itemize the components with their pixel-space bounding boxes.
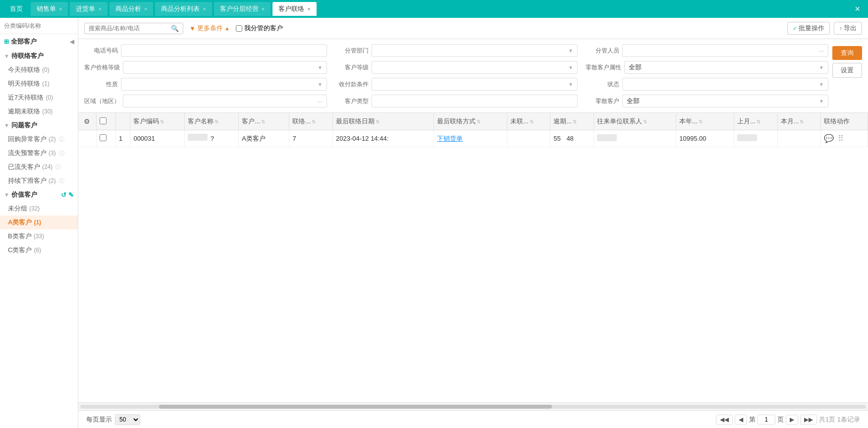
th-this-month[interactable]: 本月... ⇅ [777, 113, 821, 130]
sidebar-search-input[interactable] [4, 22, 78, 29]
setting-button[interactable]: 设置 [832, 63, 862, 78]
my-customers-checkbox[interactable] [236, 25, 242, 32]
qr-action-icon[interactable]: ⠿ [838, 134, 844, 143]
close-all-tabs[interactable]: × [851, 4, 864, 14]
th-last-month[interactable]: 上月... ⇅ [734, 113, 777, 130]
last-method-sort-icon: ⇅ [477, 119, 481, 124]
settings-gear-icon[interactable]: ⚙ [84, 117, 90, 125]
close-sales-tab[interactable]: × [59, 6, 62, 12]
sidebar-item-churned[interactable]: 已流失客户 (24) ⓘ [0, 160, 78, 174]
row-checkbox[interactable] [100, 134, 107, 141]
th-category[interactable]: 客户... ⇅ [239, 113, 289, 130]
sidebar-item-unclassified[interactable]: 未分组 (32) [0, 202, 78, 215]
overdue-value: 55 [553, 135, 560, 142]
scroll-thumb[interactable] [159, 405, 552, 409]
select-all-checkbox[interactable] [100, 117, 107, 124]
page-number-input[interactable] [758, 415, 775, 425]
customer-level-dropdown[interactable]: ▼ [372, 61, 578, 74]
nav-tab-goods-analysis[interactable]: 商品分析 × [109, 2, 153, 16]
all-customers-header[interactable]: ⊞ 全部客户 ◀ [0, 34, 78, 49]
price-level-dropdown[interactable]: ▼ [123, 61, 327, 74]
td-contact-count: 7 [289, 130, 333, 147]
price-level-label: 客户价格等级 [84, 63, 120, 72]
th-settings[interactable]: ⚙ [78, 113, 96, 130]
nav-tab-purchase[interactable]: 进货单 × [70, 2, 107, 16]
nav-tab-home[interactable]: 首页 [4, 2, 29, 16]
th-last-date[interactable]: 最后联络日期 ⇅ [333, 113, 434, 130]
region-input[interactable]: ··· [123, 95, 327, 107]
nature-dropdown[interactable]: ▼ [121, 78, 327, 91]
my-customers-label: 我分管的客户 [244, 24, 283, 33]
first-page-btn[interactable]: ◀◀ [716, 415, 733, 425]
close-customer-contact-tab[interactable]: × [307, 6, 310, 12]
total-info: 共1页 1条记录 [819, 415, 860, 424]
unclassified-count: (32) [29, 205, 40, 212]
problem-label: 问题客户 [11, 121, 37, 130]
sidebar-item-7day-pending[interactable]: 近7天待联络 (0) [0, 91, 78, 105]
close-purchase-tab[interactable]: × [98, 6, 101, 12]
th-never-contact[interactable]: 未联... ⇅ [507, 113, 550, 130]
next-page-btn[interactable]: ▶ [786, 415, 798, 425]
manager-input[interactable]: ··· [622, 44, 828, 57]
search-icon[interactable]: 🔍 [171, 25, 179, 32]
filter-manager: 分管人员 ··· [586, 44, 828, 57]
export-button[interactable]: ↑ 导出 [834, 22, 862, 35]
th-code[interactable]: 客户编码 ⇅ [130, 113, 184, 130]
th-name-label: 客户名称 [188, 117, 214, 126]
prev-page-btn[interactable]: ◀ [735, 415, 747, 425]
sidebar-item-tomorrow-pending[interactable]: 明天待联络 (1) [0, 77, 78, 91]
th-name[interactable]: 客户名称 ⇅ [184, 113, 238, 130]
scroll-track[interactable] [80, 405, 866, 409]
last-page-btn[interactable]: ▶▶ [800, 415, 817, 425]
sidebar-item-c-class[interactable]: C类客户 (6) [0, 243, 78, 257]
retail-customer-dropdown[interactable]: 全部▼ [622, 95, 828, 107]
today-pending-count: (0) [42, 66, 50, 73]
horizontal-scrollbar[interactable] [78, 402, 868, 410]
overdue-pending-label: 逾期未联络 [8, 107, 40, 116]
phone-input[interactable] [121, 44, 327, 57]
more-filters-btn[interactable]: ▼ 更多条件 ▲ [189, 24, 230, 33]
search-input[interactable] [89, 25, 169, 32]
sidebar-item-overdue-pending[interactable]: 逾期未联络 (30) [0, 105, 78, 118]
last-method-link[interactable]: 下销货单 [437, 135, 463, 142]
retail-attr-dropdown[interactable]: 全部▼ [624, 61, 828, 74]
close-customer-segment-tab[interactable]: × [262, 6, 265, 12]
refresh-icon[interactable]: ↺ [61, 191, 66, 199]
edit-icon[interactable]: ✎ [68, 191, 74, 199]
th-this-year[interactable]: 本年... ⇅ [676, 113, 734, 130]
nav-tab-customer-segment[interactable]: 客户分层经营 × [214, 2, 271, 16]
payment-dropdown[interactable]: ▼ [372, 78, 578, 91]
last-date-sort-icon: ⇅ [376, 119, 380, 124]
sidebar-collapse-btn[interactable]: ◀ [70, 39, 74, 45]
customer-level-label: 客户等级 [335, 63, 369, 72]
chat-action-icon[interactable]: 💬 [824, 134, 834, 143]
per-page-select[interactable]: 50 100 200 [115, 414, 140, 425]
7day-pending-count: (0) [46, 94, 53, 101]
churned-count: (24) [42, 163, 53, 170]
dept-dropdown[interactable]: ▼ [372, 44, 578, 57]
nav-tab-sales[interactable]: 销售单 × [31, 2, 68, 16]
th-overdue[interactable]: 逾期... ⇅ [550, 113, 594, 130]
sidebar-item-a-class[interactable]: A类客户 (1) [0, 215, 78, 229]
sidebar-item-today-pending[interactable]: 今天待联络 (0) [0, 63, 78, 77]
table-area: ⚙ 客户编码 ⇅ [78, 113, 868, 402]
nav-tab-customer-contact[interactable]: 客户联络 × [272, 2, 316, 16]
my-customers-checkbox-label[interactable]: 我分管的客户 [236, 24, 283, 33]
phone-label: 电话号码 [84, 47, 118, 55]
close-goods-analysis-list-tab[interactable]: × [203, 6, 206, 12]
sidebar-item-repurchase-abnormal[interactable]: 回购异常客户 (2) ⓘ [0, 132, 78, 146]
customer-type-input[interactable] [372, 95, 578, 107]
batch-op-button[interactable]: ✓ 批量操作 [787, 22, 830, 35]
sidebar-item-churn-warning[interactable]: 流失预警客户 (3) ⓘ [0, 146, 78, 160]
close-goods-analysis-tab[interactable]: × [144, 6, 147, 12]
status-dropdown[interactable]: ▼ [622, 78, 828, 91]
code-sort-icon: ⇅ [160, 119, 164, 124]
sidebar-item-b-class[interactable]: B类客户 (33) [0, 229, 78, 243]
nav-tab-goods-analysis-list[interactable]: 商品分析列表 × [155, 2, 212, 16]
sidebar-item-declining[interactable]: 持续下滑客户 (2) ⓘ [0, 174, 78, 188]
th-contact[interactable]: 联络... ⇅ [289, 113, 333, 130]
all-customers-label: 全部客户 [11, 37, 37, 46]
query-button[interactable]: 查询 [832, 46, 862, 60]
th-last-method[interactable]: 最后联络方式 ⇅ [434, 113, 507, 130]
th-unit-contact[interactable]: 往来单位联系人 ⇅ [594, 113, 676, 130]
